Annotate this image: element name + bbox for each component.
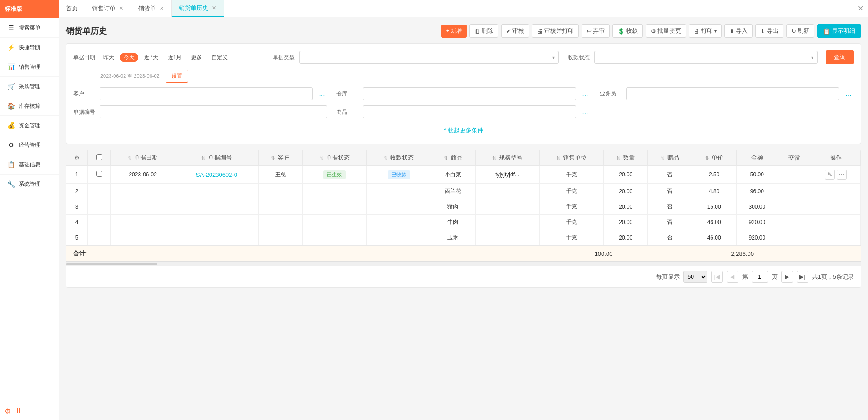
date-pill-7days[interactable]: 近7天	[140, 53, 162, 62]
row-checkbox[interactable]	[88, 199, 111, 215]
row-doc-status	[302, 230, 366, 245]
date-pill-custom[interactable]: 自定义	[208, 53, 231, 62]
tab-close-sales-history[interactable]: ✕	[211, 4, 217, 12]
customer-input[interactable]	[100, 87, 313, 100]
warehouse-dots[interactable]: …	[580, 90, 591, 97]
row-goods: 小白菜	[431, 166, 475, 184]
pay-status-select[interactable]: ▾	[594, 51, 818, 64]
select-all-checkbox[interactable]	[96, 154, 102, 160]
import-button[interactable]: ⬆ 导入	[724, 24, 753, 38]
col-gift[interactable]: 赠品	[648, 150, 692, 166]
tabs-close-all[interactable]: ✕	[858, 4, 868, 13]
sidebar-collapse-icon[interactable]: ⏸	[15, 407, 22, 415]
tab-close-sales-delivery[interactable]: ✕	[159, 5, 165, 12]
setting-button[interactable]: 设置	[166, 70, 188, 83]
print-dropdown-icon: ▾	[714, 29, 717, 34]
tab-home[interactable]: 首页	[59, 0, 85, 17]
display-detail-button[interactable]: 📋 显示明细	[817, 24, 861, 38]
row-pay-status	[367, 199, 431, 215]
status-badge: 已生效	[323, 170, 346, 179]
sidebar-item-sales-mgmt[interactable]: 📊 销售管理	[0, 57, 59, 77]
col-spec[interactable]: 规格型号	[475, 150, 539, 166]
sidebar-item-inventory[interactable]: 🏠 库存核算	[0, 96, 59, 116]
customer-dots[interactable]: …	[316, 90, 327, 97]
tabs-bar: 首页 销售订单 ✕ 销货单 ✕ 销货单历史 ✕ ✕	[59, 0, 868, 17]
audit-print-button[interactable]: 🖨 审核并打印	[532, 24, 579, 38]
goods-input[interactable]	[363, 105, 576, 118]
sidebar-item-ops-mgmt[interactable]: ⚙ 经营管理	[0, 135, 59, 155]
row-checkbox[interactable]	[88, 215, 111, 230]
audit-button[interactable]: ✔ 审核	[501, 24, 529, 38]
sidebar-item-sys-mgmt[interactable]: 🔧 系统管理	[0, 175, 59, 194]
doc-no-link[interactable]: SA-20230602-0	[196, 171, 237, 178]
date-pills: 昨天 今天 近7天 近1月 更多 自定义	[100, 53, 231, 62]
row-pay-status: 已收款	[367, 166, 431, 184]
row-transaction	[778, 215, 811, 230]
col-customer[interactable]: 客户	[258, 150, 302, 166]
edit-action-btn[interactable]: ✎	[825, 170, 835, 180]
more-action-btn[interactable]: ⋯	[837, 170, 847, 180]
row-num: 3	[66, 199, 88, 215]
row-checkbox[interactable]	[88, 184, 111, 199]
tab-sales-delivery[interactable]: 销货单 ✕	[131, 0, 172, 17]
collect-button[interactable]: 💲 收款	[612, 24, 643, 38]
row-checkbox[interactable]	[88, 166, 111, 184]
tab-sales-history[interactable]: 销货单历史 ✕	[172, 0, 224, 17]
delete-button[interactable]: 🗑 删除	[469, 24, 498, 38]
table-scroll[interactable]: ⚙ 单据日期 单据编号 客户 单	[66, 150, 861, 245]
prev-page-button[interactable]: ◀	[727, 271, 738, 283]
first-page-button[interactable]: |◀	[711, 271, 723, 283]
col-price[interactable]: 单价	[692, 150, 736, 166]
next-page-button[interactable]: ▶	[781, 271, 793, 283]
export-button[interactable]: ⬇ 导出	[755, 24, 783, 38]
doc-no-input[interactable]	[100, 105, 327, 118]
col-date[interactable]: 单据日期	[110, 150, 175, 166]
salesman-input[interactable]	[626, 87, 839, 100]
sidebar-item-quick-nav[interactable]: ⚡ 快捷导航	[0, 38, 59, 57]
sidebar-item-search-menu[interactable]: ☰ 搜索菜单	[0, 18, 59, 38]
tab-close-sales-order[interactable]: ✕	[118, 5, 124, 12]
col-transaction: 交货	[778, 150, 811, 166]
row-amount: 920.00	[736, 230, 778, 245]
last-page-button[interactable]: ▶|	[797, 271, 808, 283]
row-qty: 20.00	[604, 184, 648, 199]
sidebar-settings-icon[interactable]: ⚙	[5, 407, 11, 415]
refresh-button[interactable]: ↻ 刷新	[786, 24, 814, 38]
row-spec	[475, 199, 539, 215]
salesman-dots[interactable]: …	[843, 90, 854, 97]
batch-change-button[interactable]: ⚙ 批量变更	[646, 24, 686, 38]
date-pill-today[interactable]: 今天	[120, 53, 138, 62]
filter-doc-type: 单据类型 ▾	[273, 51, 559, 64]
per-page-select[interactable]: 50 100 200	[683, 271, 707, 283]
row-unit: 千克	[539, 230, 603, 245]
col-doc-status[interactable]: 单据状态	[302, 150, 366, 166]
col-doc-no[interactable]: 单据编号	[175, 150, 258, 166]
col-amount: 金额	[736, 150, 778, 166]
col-settings[interactable]: ⚙	[66, 150, 88, 166]
sidebar-item-fund-mgmt[interactable]: 💰 资金管理	[0, 116, 59, 135]
row-goods: 猪肉	[431, 199, 475, 215]
row-checkbox[interactable]	[88, 230, 111, 245]
page-number-input[interactable]	[752, 271, 768, 283]
col-unit[interactable]: 销售单位	[539, 150, 603, 166]
sidebar-item-purchase-mgmt[interactable]: 🛒 采购管理	[0, 77, 59, 96]
col-goods[interactable]: 商品	[431, 150, 475, 166]
goods-dots[interactable]: …	[580, 108, 591, 115]
collapse-button[interactable]: ^ 收起更多条件	[73, 124, 854, 137]
warehouse-input[interactable]	[363, 87, 576, 100]
date-pill-more[interactable]: 更多	[187, 53, 206, 62]
horizontal-scrollbar[interactable]	[66, 261, 861, 266]
row-doc-status	[302, 215, 366, 230]
date-pill-yesterday[interactable]: 昨天	[100, 53, 118, 62]
col-qty[interactable]: 数量	[604, 150, 648, 166]
new-button[interactable]: + 新增	[441, 25, 467, 38]
abandon-button[interactable]: ↩ 弃审	[582, 24, 610, 38]
col-pay-status[interactable]: 收款状态	[367, 150, 431, 166]
row-qty: 20.00	[604, 166, 648, 184]
date-pill-1month[interactable]: 近1月	[164, 53, 186, 62]
print-button[interactable]: 🖨 打印 ▾	[689, 24, 722, 38]
sidebar-item-basic-info[interactable]: 📋 基础信息	[0, 155, 59, 175]
tab-sales-order[interactable]: 销售订单 ✕	[85, 0, 131, 17]
doc-type-select[interactable]: ▾	[299, 51, 559, 64]
query-button[interactable]: 查询	[826, 50, 854, 64]
